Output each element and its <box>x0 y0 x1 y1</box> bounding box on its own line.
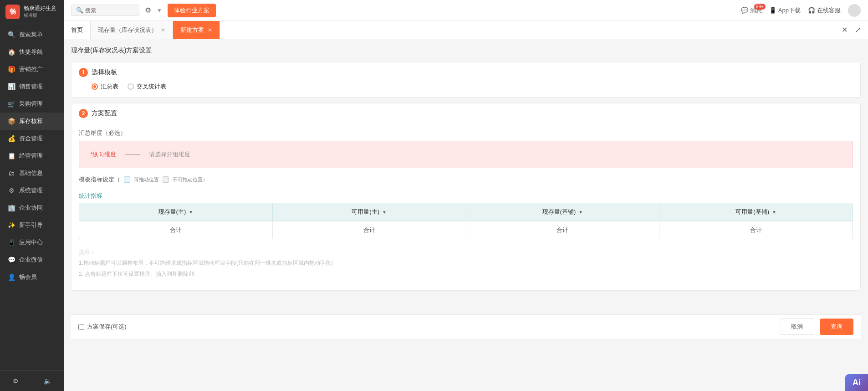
sidebar: 畅 畅康通好生意 标准版 🔍 搜索菜单 🏠 快捷导航 🎁 营销推广 📊 销售管理… <box>0 0 64 391</box>
settings-bottom-btn[interactable]: ⚙ <box>8 375 23 387</box>
main-wrapper: 🔍 ⚙ ▼ 体验行业方案 💬 消息 99+ 📱 App下载 🎧 在线客服 <box>64 0 868 391</box>
sidebar-item-member[interactable]: 👤 畅会员 <box>0 268 64 286</box>
audio-bottom-btn[interactable]: 🔈 <box>39 375 56 387</box>
customer-service-action[interactable]: 🎧 在线客服 <box>808 6 841 15</box>
topbar-actions: 💬 消息 99+ 📱 App下载 🎧 在线客服 <box>741 4 861 17</box>
sidebar-item-system[interactable]: ⚙ 系统管理 <box>0 182 64 199</box>
messages-action[interactable]: 💬 消息 99+ <box>741 6 762 15</box>
cell-4: 合计 <box>659 221 853 239</box>
sidebar-item-label: 库存核算 <box>19 117 43 125</box>
tab-expand-btn[interactable]: ⤢ <box>853 24 863 36</box>
col-inventory-main[interactable]: 现存量(主) ▼ <box>79 203 273 221</box>
user-icon: 👤 <box>7 273 15 281</box>
radio-summary-label: 汇总表 <box>101 82 118 91</box>
dimension-area[interactable]: *纵向维度 —— 请选择分组维度 <box>79 141 853 168</box>
radio-summary-circle <box>92 83 98 90</box>
col-available-main[interactable]: 可用量(主) ▼ <box>273 203 466 221</box>
money-icon: 💰 <box>7 135 15 142</box>
step1-card: 1 选择模板 汇总表 交叉统计表 <box>71 62 861 98</box>
sidebar-item-label: 资金管理 <box>19 134 43 143</box>
radio-cross-label: 交叉统计表 <box>137 82 166 91</box>
app-download-label: App下载 <box>778 6 801 15</box>
col-arrow-2: ▼ <box>382 210 387 215</box>
tab-home[interactable]: 首页 <box>64 21 91 39</box>
message-icon: 💬 <box>741 7 748 14</box>
tab-close-btn[interactable]: ✕ <box>840 24 849 36</box>
save-plan-area[interactable]: 方案保存(可选) <box>78 323 127 331</box>
draggable-badge <box>124 176 130 183</box>
tip-1: 1.拖动标题栏可以调整布局，不可跨维度或指标区域拖动栏目字段(只能在同一维度或指… <box>79 257 853 268</box>
messages-badge: 99+ <box>754 4 766 10</box>
query-button[interactable]: 查询 <box>820 319 853 335</box>
sidebar-item-sales[interactable]: 📊 销售管理 <box>0 78 64 95</box>
draggable-label: 可拖动位置 <box>134 176 159 183</box>
tab-new-plan[interactable]: 新建方案 ✕ <box>173 21 220 39</box>
save-plan-label: 方案保存(可选) <box>87 323 127 331</box>
col-arrow-3: ▼ <box>578 210 583 215</box>
dimension-required-label: 汇总维度（必选） <box>71 123 860 141</box>
gift-icon: 🎁 <box>7 66 15 73</box>
tab-inventory-close-icon[interactable]: ✕ <box>161 27 165 33</box>
chart-icon: 📊 <box>7 83 15 90</box>
sidebar-item-label: 新手引导 <box>19 221 43 229</box>
app-version: 标准版 <box>24 12 56 19</box>
sidebar-item-label: 营销推广 <box>19 65 43 73</box>
sidebar-menu: 🔍 搜索菜单 🏠 快捷导航 🎁 营销推广 📊 销售管理 🛒 采购管理 📦 库存核… <box>0 24 64 370</box>
tab-inventory-status[interactable]: 现存量（库存状况表） ✕ <box>91 21 173 39</box>
trial-btn[interactable]: 体验行业方案 <box>168 4 216 17</box>
cancel-button[interactable]: 取消 <box>780 319 814 335</box>
sidebar-logo: 畅 畅康通好生意 标准版 <box>0 0 64 24</box>
sidebar-item-newbie[interactable]: ✨ 新手引导 <box>0 216 64 234</box>
page-footer: 方案保存(可选) 取消 查询 <box>71 314 861 339</box>
sidebar-item-quick-nav[interactable]: 🏠 快捷导航 <box>0 43 64 61</box>
col-available-aux[interactable]: 可用量(基辅) ▼ <box>659 203 853 221</box>
app-download-action[interactable]: 📱 App下载 <box>769 6 801 15</box>
building-icon: 🏢 <box>7 204 15 211</box>
gear-topbar-icon[interactable]: ⚙ <box>145 6 151 15</box>
topbar-dropdown-icon[interactable]: ▼ <box>157 7 162 14</box>
star-icon: ✨ <box>7 221 15 229</box>
dimension-placeholder: 请选择分组维度 <box>149 150 190 159</box>
search-input[interactable] <box>85 7 131 14</box>
phone-icon: 📱 <box>7 239 15 246</box>
sidebar-item-marketing[interactable]: 🎁 营销推广 <box>0 61 64 78</box>
sidebar-item-enterprise[interactable]: 🏢 企业协同 <box>0 199 64 216</box>
non-draggable-label: 不可拖动位置） <box>173 176 208 183</box>
clipboard-icon: 📋 <box>7 152 15 159</box>
save-plan-checkbox[interactable] <box>78 324 84 330</box>
tips-title: 提示： <box>79 249 95 255</box>
col-available-aux-label: 可用量(基辅) <box>735 208 769 216</box>
sidebar-item-operations[interactable]: 📋 经营管理 <box>0 147 64 165</box>
customer-service-label: 在线客服 <box>817 6 841 15</box>
sidebar-item-inventory[interactable]: 📦 库存核算 <box>0 113 64 130</box>
tip-2: 2. 点击标题栏下拉可设置排序、插入列和删除列 <box>79 268 853 279</box>
sidebar-item-label: 经营管理 <box>19 152 43 160</box>
col-inventory-main-label: 现存量(主) <box>158 208 186 216</box>
tips-section: 提示： 1.拖动标题栏可以调整布局，不可跨维度或指标区域拖动栏目字段(只能在同一… <box>71 239 860 283</box>
user-avatar[interactable] <box>848 4 861 17</box>
topbar: 🔍 ⚙ ▼ 体验行业方案 💬 消息 99+ 📱 App下载 🎧 在线客服 <box>64 0 868 21</box>
tab-new-plan-close-icon[interactable]: ✕ <box>208 27 212 33</box>
sidebar-item-basic-info[interactable]: 🗂 基础信息 <box>0 165 64 182</box>
footer-actions: 取消 查询 <box>780 319 853 335</box>
indicator-settings-text: 模板指标设定（ <box>79 175 120 184</box>
sidebar-item-wechat[interactable]: 💬 企业微信 <box>0 251 64 268</box>
gear-icon: ⚙ <box>7 187 15 194</box>
headset-icon: 🎧 <box>808 7 815 14</box>
page-title: 现存量(库存状况表)方案设置 <box>71 46 861 55</box>
sidebar-item-app-center[interactable]: 📱 应用中心 <box>0 234 64 251</box>
search-icon-topbar: 🔍 <box>76 7 83 14</box>
indicator-table: 现存量(主) ▼ 可用量(主) ▼ 现存量(基辅) ▼ 可用量(基辅) ▼ <box>79 203 853 239</box>
col-inventory-aux[interactable]: 现存量(基辅) ▼ <box>466 203 660 221</box>
sidebar-item-purchase[interactable]: 🛒 采购管理 <box>0 95 64 113</box>
non-draggable-badge <box>163 176 169 183</box>
sidebar-item-search[interactable]: 🔍 搜索菜单 <box>0 26 64 43</box>
app-name-block: 畅康通好生意 标准版 <box>24 5 56 19</box>
radio-summary[interactable]: 汇总表 <box>92 82 118 91</box>
radio-cross[interactable]: 交叉统计表 <box>128 82 166 91</box>
cell-3: 合计 <box>466 221 660 239</box>
search-box[interactable]: 🔍 <box>71 5 139 16</box>
sidebar-item-finance[interactable]: 💰 资金管理 <box>0 130 64 147</box>
stats-title: 统计指标 <box>71 192 860 200</box>
ai-badge[interactable]: Ai <box>845 374 868 391</box>
